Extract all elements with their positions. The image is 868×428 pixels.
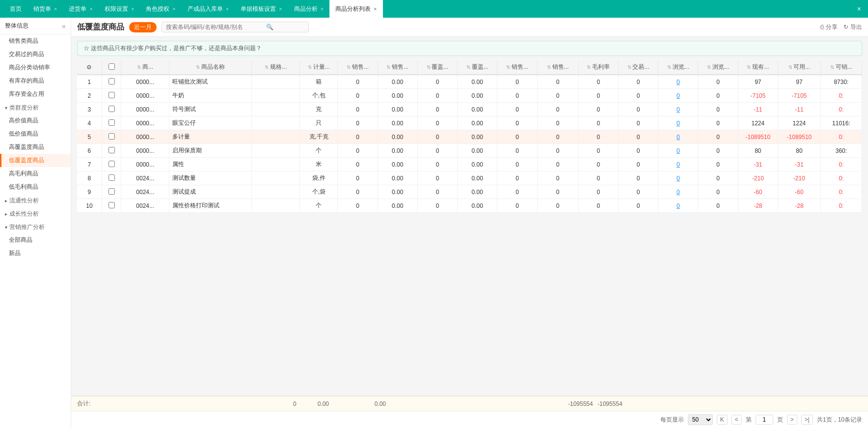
th-cover2[interactable]: 覆盖...	[458, 60, 497, 75]
nav-close-icon[interactable]: ×	[172, 6, 175, 12]
th-sell1[interactable]: 销售...	[497, 60, 537, 75]
nav-close-all-button[interactable]: ×	[854, 4, 864, 14]
sidebar-item-high-value[interactable]: 高价值商品	[0, 114, 71, 127]
nav-product-analysis[interactable]: 商品分析 ×	[288, 0, 329, 18]
cell-gross: 0	[578, 89, 618, 103]
th-unit[interactable]: 计量...	[300, 60, 338, 75]
cell-checkbox[interactable]	[102, 199, 121, 213]
sidebar-group-growth-title[interactable]: ▸ 成长性分析	[0, 207, 71, 220]
cell-sales-amt: 0.00	[378, 89, 417, 103]
sidebar-header[interactable]: 整体信息 «	[0, 18, 71, 34]
export-button[interactable]: ↻ 导出	[843, 23, 862, 31]
sidebar-item-high-coverage[interactable]: 高覆盖度商品	[0, 141, 71, 154]
nav-close-icon[interactable]: ×	[54, 6, 57, 12]
sidebar-item-traded-products[interactable]: 交易过的商品	[0, 48, 71, 61]
cell-browse1[interactable]: 0	[658, 185, 698, 199]
prev-page-button[interactable]: <	[732, 415, 742, 425]
sidebar-item-stocked-products[interactable]: 有库存的商品	[0, 74, 71, 87]
cell-browse1[interactable]: 0	[658, 75, 698, 89]
select-all-checkbox[interactable]	[108, 63, 115, 70]
nav-home[interactable]: 首页	[4, 0, 27, 18]
cell-browse1[interactable]: 0	[658, 158, 698, 171]
page-number-input[interactable]	[756, 415, 773, 425]
th-sales-amt[interactable]: 销售...	[378, 60, 417, 75]
sidebar-item-low-profit[interactable]: 低毛利商品	[0, 180, 71, 194]
cell-avail: 1224	[778, 116, 820, 130]
sidebar-item-category-rate[interactable]: 商品分类动销率	[0, 61, 71, 74]
cell-checkbox[interactable]	[102, 89, 121, 103]
nav-product-analysis-list[interactable]: 商品分析列表 ×	[329, 0, 382, 18]
nav-role-auth[interactable]: 角色授权 ×	[140, 0, 181, 18]
cell-checkbox[interactable]	[102, 103, 121, 116]
nav-permissions[interactable]: 权限设置 ×	[99, 0, 140, 18]
th-curr1[interactable]: 现有...	[738, 60, 778, 75]
time-filter-button[interactable]: 近一月	[129, 22, 157, 32]
cell-checkbox[interactable]	[102, 185, 121, 199]
nav-close-icon[interactable]: ×	[321, 6, 324, 12]
th-browse1[interactable]: 浏览...	[658, 60, 698, 75]
cell-checkbox[interactable]	[102, 171, 121, 185]
pagination: 每页显示 50 100 200 K < 第 页 > >| 共1页，10条记录	[71, 411, 868, 428]
sidebar-item-all-products[interactable]: 全部商品	[0, 233, 71, 247]
cell-browse1[interactable]: 0	[658, 103, 698, 116]
cell-browse1[interactable]: 0	[658, 144, 698, 158]
cell-checkbox[interactable]	[102, 158, 121, 171]
sidebar-group-circulation-title[interactable]: ▸ 流通性分析	[0, 194, 71, 207]
cell-checkbox[interactable]	[102, 75, 121, 89]
cell-cover1: 0	[417, 171, 457, 185]
th-browse2[interactable]: 浏览...	[698, 60, 738, 75]
th-avail[interactable]: 可用...	[778, 60, 820, 75]
nav-sales-order[interactable]: 销货单 ×	[27, 0, 63, 18]
share-button[interactable]: ⎙ 分享	[820, 23, 838, 31]
search-input[interactable]	[166, 24, 264, 30]
cell-unit: 袋,件	[300, 171, 338, 185]
sidebar-item-sales-products[interactable]: 销售类商品	[0, 34, 71, 48]
cell-gross: 0	[578, 130, 618, 144]
cell-browse1[interactable]: 0	[658, 199, 698, 213]
settings-icon[interactable]: ⚙	[86, 64, 92, 71]
sidebar-group-cluster-title[interactable]: ▾ 类群度分析	[0, 101, 71, 114]
th-code[interactable]: 商...	[121, 60, 169, 75]
th-checkbox[interactable]	[102, 60, 121, 75]
th-sales-num[interactable]: 销售...	[338, 60, 378, 75]
nav-product-inbound[interactable]: 产成品入库单 ×	[182, 0, 235, 18]
sidebar-group-marketing-title[interactable]: ▾ 营销推广分析	[0, 220, 71, 233]
cell-checkbox[interactable]	[102, 130, 121, 144]
th-gross[interactable]: 毛利率	[578, 60, 618, 75]
cell-browse1[interactable]: 0	[658, 116, 698, 130]
th-sale[interactable]: 可销...	[820, 60, 862, 75]
cell-checkbox[interactable]	[102, 144, 121, 158]
th-cover1[interactable]: 覆盖...	[417, 60, 457, 75]
per-page-select[interactable]: 50 100 200	[688, 414, 713, 425]
nav-close-icon-active[interactable]: ×	[374, 6, 377, 12]
th-spec[interactable]: 规格...	[252, 60, 300, 75]
sidebar-item-new-products[interactable]: 新品	[0, 247, 71, 260]
next-page-button[interactable]: >	[787, 415, 797, 425]
sidebar-item-inventory-capital[interactable]: 库存资金占用	[0, 87, 71, 101]
nav-template-settings[interactable]: 单据模板设置 ×	[235, 0, 288, 18]
cell-avail: -210	[778, 171, 820, 185]
first-page-button[interactable]: K	[717, 415, 728, 425]
nav-close-icon[interactable]: ×	[226, 6, 229, 12]
sidebar-item-low-value[interactable]: 低价值商品	[0, 127, 71, 141]
sidebar-item-high-profit[interactable]: 高毛利商品	[0, 167, 71, 180]
nav-close-icon[interactable]: ×	[131, 6, 134, 12]
cell-code: 0000...	[121, 75, 169, 89]
sidebar-item-low-coverage[interactable]: 低覆盖度商品	[0, 154, 71, 167]
sidebar-collapse-button[interactable]: «	[62, 22, 66, 30]
th-settings[interactable]: ⚙	[77, 60, 102, 75]
search-icon: 🔍	[266, 24, 273, 30]
cell-browse1[interactable]: 0	[658, 130, 698, 144]
cell-checkbox[interactable]	[102, 116, 121, 130]
nav-purchase-order[interactable]: 进货单 ×	[63, 0, 98, 18]
last-page-button[interactable]: >|	[801, 415, 813, 425]
th-name[interactable]: 商品名称	[169, 60, 252, 75]
cell-browse1[interactable]: 0	[658, 89, 698, 103]
nav-close-icon[interactable]: ×	[89, 6, 92, 12]
nav-close-icon[interactable]: ×	[279, 6, 282, 12]
cell-name: 眼宝公仔	[169, 116, 252, 130]
th-trade[interactable]: 交易...	[618, 60, 658, 75]
th-sell2[interactable]: 销售...	[537, 60, 578, 75]
cell-browse1[interactable]: 0	[658, 171, 698, 185]
cell-spec	[252, 158, 300, 171]
